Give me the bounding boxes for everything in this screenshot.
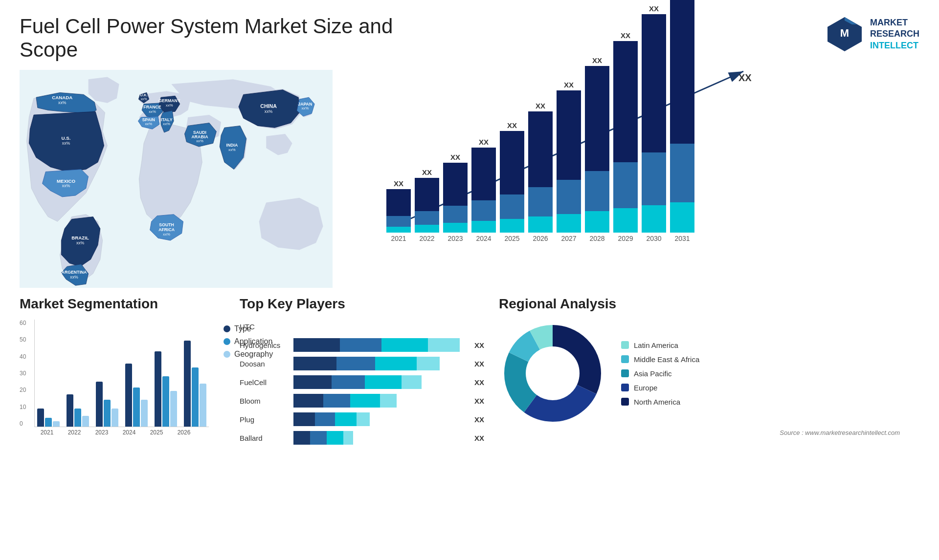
seg-type-2021 <box>37 409 44 427</box>
regional-section: Regional Analysis <box>499 296 919 445</box>
svg-text:GERMANY: GERMANY <box>158 98 180 103</box>
bar-2024-label: XX <box>479 138 489 146</box>
bar-2028-seg1 <box>585 211 609 233</box>
seg-group-2024 <box>125 364 148 427</box>
growth-chart-wrapper: XX XX XX X <box>362 66 919 291</box>
seg-group-2022 <box>67 394 89 427</box>
svg-text:xx%: xx% <box>76 240 85 245</box>
segmentation-title: Market Segmentation <box>20 296 225 312</box>
bar-2022: XX <box>415 168 439 233</box>
seg-chart-container: 60 50 40 30 20 10 0 <box>20 320 209 438</box>
bar-2026-seg1 <box>528 216 553 233</box>
player-utc-name: UTC <box>240 323 289 331</box>
bar-2022-seg1 <box>415 225 439 233</box>
seg-type-2024 <box>125 364 132 427</box>
svg-text:xx%: xx% <box>163 122 170 126</box>
seg-geo-2024 <box>141 400 148 427</box>
bar-2025-label: XX <box>507 121 517 129</box>
svg-text:xx%: xx% <box>62 141 70 146</box>
player-hydrogenics-dark <box>293 338 340 352</box>
svg-text:xx%: xx% <box>228 148 236 152</box>
page-title: Fuel Cell Power System Market Size and S… <box>20 15 411 62</box>
svg-text:ARABIA: ARABIA <box>192 134 209 139</box>
player-ballard-dark <box>293 431 310 445</box>
bar-2028-seg2 <box>585 171 609 211</box>
player-fuelcell-name: FuelCell <box>240 378 289 387</box>
year-2030: 2030 <box>642 235 666 242</box>
player-ballard-mid <box>310 431 327 445</box>
player-hydrogenics-light <box>381 338 428 352</box>
growth-x-labels: 2021 2022 2023 2024 2025 2026 2027 2028 … <box>362 235 919 242</box>
seg-app-2021 <box>45 418 52 427</box>
bar-2023: XX <box>443 153 468 233</box>
bar-2023-seg3 <box>443 163 468 206</box>
bar-2031-seg2 <box>670 144 694 202</box>
key-players-section: Top Key Players UTC Hydrogenics XX <box>240 296 484 445</box>
bar-2028-seg3 <box>585 66 609 171</box>
player-plug-name: Plug <box>240 415 289 424</box>
player-utc-bar <box>293 320 460 333</box>
bar-2025-seg2 <box>500 194 524 219</box>
bar-2030: XX <box>642 4 666 233</box>
bar-2022-seg2 <box>415 211 439 225</box>
svg-text:xx%: xx% <box>141 97 147 101</box>
y-label-10: 10 <box>20 404 32 410</box>
legend-application-dot <box>224 338 230 345</box>
legend-europe-dot <box>621 384 629 391</box>
svg-text:xx%: xx% <box>70 275 78 280</box>
legend-north-america-dot <box>621 398 629 406</box>
bar-2022-label: XX <box>422 168 432 176</box>
world-map: CANADA xx% U.S. xx% MEXICO xx% BRAZIL xx… <box>20 66 333 291</box>
bar-2023-label: XX <box>450 153 460 161</box>
donut-center <box>529 349 577 398</box>
player-fuelcell-lighter <box>402 375 422 389</box>
player-plug-dark <box>293 412 315 426</box>
bar-2023-seg2 <box>443 206 468 223</box>
logo-line2: RESEARCH <box>870 28 919 40</box>
svg-text:xx%: xx% <box>62 183 70 188</box>
svg-text:xx%: xx% <box>166 103 173 108</box>
bar-2031-seg1 <box>670 202 694 233</box>
svg-text:xx%: xx% <box>149 109 156 114</box>
legend-asia-pacific-label: Asia Pacific <box>634 369 672 378</box>
player-bloom: Bloom XX <box>240 394 484 408</box>
player-fuelcell-bar <box>293 375 460 389</box>
source-text: Source : www.marketresearchintellect.com <box>499 427 919 438</box>
year-2023: 2023 <box>443 235 468 242</box>
bar-2030-label: XX <box>649 4 659 13</box>
legend-middle-east-africa-dot <box>621 355 629 363</box>
bar-2021-seg2 <box>386 216 411 227</box>
player-fuelcell-dark <box>293 375 332 389</box>
svg-text:U.K.: U.K. <box>140 93 148 97</box>
bar-2030-seg2 <box>642 152 666 205</box>
svg-text:xx%: xx% <box>145 122 152 126</box>
player-hydrogenics-value: XX <box>465 341 484 349</box>
growth-chart-section: XX XX XX X <box>352 66 919 291</box>
seg-x-2026: 2026 <box>174 429 194 436</box>
segmentation-chart-area: 60 50 40 30 20 10 0 <box>20 320 225 438</box>
seg-geo-2022 <box>82 416 89 427</box>
legend-middle-east-africa: Middle East & Africa <box>621 355 699 364</box>
player-plug-lighter <box>357 412 370 426</box>
player-ballard-name: Ballard <box>240 434 289 442</box>
growth-bars: XX XX XX <box>362 66 919 233</box>
bar-2025: XX <box>500 121 524 233</box>
seg-type-2023 <box>96 382 103 427</box>
seg-app-2022 <box>74 409 81 427</box>
seg-app-2026 <box>192 367 199 427</box>
donut-svg <box>499 320 606 427</box>
bar-2026-seg2 <box>528 187 553 216</box>
player-fuelcell-value: XX <box>465 378 484 387</box>
legend-north-america: North America <box>621 398 699 406</box>
key-players-title: Top Key Players <box>240 296 484 312</box>
logo-icon: M <box>825 15 864 54</box>
legend-europe: Europe <box>621 384 699 392</box>
player-doosan-mid <box>336 357 375 370</box>
year-2024: 2024 <box>471 235 496 242</box>
seg-bars <box>34 320 209 427</box>
seg-x-2023: 2023 <box>91 429 112 436</box>
bar-2025-seg3 <box>500 131 524 194</box>
player-hydrogenics: Hydrogenics XX <box>240 338 484 352</box>
legend-asia-pacific-dot <box>621 369 629 377</box>
svg-text:AFRICA: AFRICA <box>158 227 175 232</box>
